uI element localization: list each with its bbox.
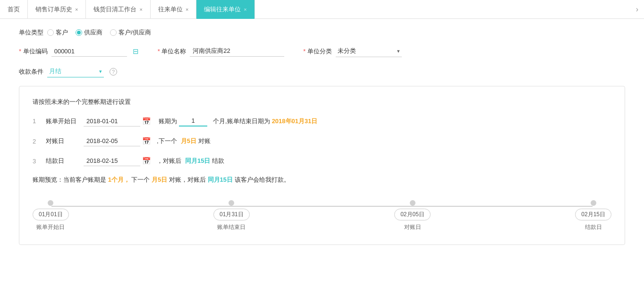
step-desc-3-suffix: 结款 — [212, 157, 224, 165]
unit-name-item: 单位名称 — [158, 46, 285, 57]
timeline-label-1: 账单结束日 — [217, 223, 246, 231]
card-section: 请按照未来的一个完整帐期进行设置 1 账单开始日 📅 账期为 个月,账单结束日期… — [19, 86, 625, 245]
preview-payment-suffix: 该客户会给我打款。 — [235, 176, 290, 183]
preview-payment-highlight: 同月15日 — [208, 176, 233, 183]
step-reconcile-highlight: 月5日 — [181, 137, 196, 145]
tab-sales-order-history[interactable]: 销售订单历史 × — [28, 0, 86, 19]
radio-customer[interactable]: 客户 — [47, 28, 68, 37]
unit-category-label: 单位分类 — [303, 47, 332, 56]
step-num-3: 3 — [33, 158, 46, 165]
payment-terms-select[interactable]: 月结 ▾ — [47, 66, 104, 77]
tabs-bar: 首页 销售订单历史 × 钱货日清工作台 × 往来单位 × 编辑往来单位 × › — [0, 0, 644, 19]
unit-type-radio-group: 客户 供应商 客户/供应商 — [47, 28, 151, 37]
calendar-icon-3[interactable]: 📅 — [142, 157, 151, 165]
unit-type-item: 单位类型 客户 供应商 客户/供应商 — [19, 28, 151, 37]
step-num-1: 1 — [33, 118, 46, 125]
step-desc-1-suffix: 个月,账单结束日期为 — [213, 117, 270, 126]
radio-supplier-label: 供应商 — [84, 28, 102, 37]
card-instruction: 请按照未来的一个完整帐期进行设置 — [33, 98, 611, 106]
preview-reconcile-prefix: 下一个 — [131, 176, 150, 183]
tab-edit-partner-unit-close[interactable]: × — [244, 7, 246, 12]
preview-reconcile-suffix: 对账，对账后 — [169, 176, 206, 183]
timeline-dot-3 — [591, 200, 596, 206]
payment-terms-label: 收款条件 — [19, 68, 43, 76]
timeline-dot-2 — [410, 200, 415, 206]
timeline-item-2: 02月05日 对账日 — [394, 200, 431, 231]
preview-reconcile-highlight: 月5日 — [152, 176, 167, 183]
calendar-icon-2[interactable]: 📅 — [142, 137, 151, 145]
tabs-more-button[interactable]: › — [630, 0, 644, 19]
tab-partner-unit-close[interactable]: × — [186, 7, 188, 12]
payment-terms-arrow-icon: ▾ — [99, 68, 102, 75]
step-date-input-3[interactable] — [84, 156, 140, 166]
radio-supplier[interactable]: 供应商 — [76, 28, 102, 37]
timeline-date-1: 01月31日 — [213, 209, 250, 220]
timeline-date-0: 01月01日 — [33, 209, 69, 220]
step-desc-2-suffix: 对账 — [198, 137, 211, 145]
step-period-input[interactable] — [179, 116, 207, 127]
unit-code-input[interactable] — [51, 46, 127, 57]
radio-supplier-circle — [76, 29, 82, 36]
unit-name-input[interactable] — [190, 46, 284, 57]
unit-category-item: 单位分类 未分类 ▾ — [303, 45, 402, 57]
tab-partner-unit[interactable]: 往来单位 × — [151, 0, 196, 19]
step-date-input-2[interactable] — [84, 136, 140, 146]
payment-terms-row: 收款条件 月结 ▾ ? — [19, 66, 625, 77]
preview-label: 账期预览：当前客户账期是 — [33, 176, 106, 183]
unit-category-select[interactable]: 未分类 ▾ — [336, 45, 402, 57]
timeline-wrap: 01月01日 账单开始日 01月31日 账单结束日 02月05日 对账日 02月… — [33, 193, 611, 235]
unit-category-value: 未分类 — [338, 47, 395, 55]
tab-sales-order-history-close[interactable]: × — [75, 7, 78, 12]
tab-sales-order-history-label: 销售订单历史 — [35, 5, 72, 14]
step-date-input-1[interactable] — [84, 116, 140, 127]
unit-name-label: 单位名称 — [158, 47, 186, 56]
account-preview: 账期预览：当前客户账期是 1个月， 下一个 月5日 对账，对账后 同月15日 该… — [33, 176, 611, 184]
step-label-3: 结款日 — [46, 157, 84, 165]
preview-period: 1个月， — [108, 176, 130, 183]
step-desc-1-prefix: 账期为 — [159, 117, 177, 126]
step-desc-2-prefix: ,下一个 — [157, 137, 177, 145]
step-row-3: 3 结款日 📅 ，对账后 同月15日 结款 — [33, 156, 611, 166]
timeline-date-2: 02月05日 — [394, 209, 431, 220]
radio-customer-label: 客户 — [56, 28, 68, 37]
step-label-2: 对账日 — [46, 137, 84, 145]
calendar-icon-1[interactable]: 📅 — [142, 117, 151, 126]
timeline-label-0: 账单开始日 — [36, 223, 65, 231]
unit-code-item: 单位编码 ⊟ — [19, 46, 139, 57]
timeline-items: 01月01日 账单开始日 01月31日 账单结束日 02月05日 对账日 02月… — [33, 200, 611, 231]
tab-cash-goods-workbench-close[interactable]: × — [139, 7, 142, 12]
tab-edit-partner-unit-label: 编辑往来单位 — [204, 5, 241, 14]
timeline-dot-0 — [48, 200, 53, 206]
tab-home[interactable]: 首页 — [0, 0, 28, 19]
payment-terms-value: 月结 — [49, 67, 97, 76]
unit-info-row: 单位编码 ⊟ 单位名称 单位分类 未分类 ▾ — [19, 45, 625, 57]
step-row-2: 2 对账日 📅 ,下一个 月5日 对账 — [33, 136, 611, 146]
payment-terms-item: 收款条件 月结 ▾ ? — [19, 66, 117, 77]
step-desc-3-prefix: ，对账后 — [157, 157, 181, 165]
step-label-1: 账单开始日 — [46, 117, 84, 126]
unit-type-row: 单位类型 客户 供应商 客户/供应商 — [19, 28, 625, 37]
timeline-item-0: 01月01日 账单开始日 — [33, 200, 69, 231]
timeline-dot-1 — [229, 200, 234, 206]
unit-code-label: 单位编码 — [19, 47, 48, 56]
radio-customer-circle — [47, 29, 54, 36]
timeline-date-3: 02月15日 — [575, 209, 611, 220]
radio-both-label: 客户/供应商 — [119, 28, 151, 37]
copy-icon[interactable]: ⊟ — [133, 47, 139, 56]
timeline-item-3: 02月15日 结款日 — [575, 200, 611, 231]
help-icon[interactable]: ? — [110, 68, 117, 76]
timeline-item-1: 01月31日 账单结束日 — [213, 200, 250, 231]
unit-category-arrow-icon: ▾ — [397, 48, 400, 54]
timeline-label-2: 对账日 — [404, 223, 421, 231]
step-row-1: 1 账单开始日 📅 账期为 个月,账单结束日期为 2018年01月31日 — [33, 116, 611, 127]
tab-partner-unit-label: 往来单位 — [158, 5, 183, 14]
tab-edit-partner-unit[interactable]: 编辑往来单位 × — [196, 0, 254, 19]
tab-home-label: 首页 — [8, 5, 20, 14]
unit-type-label: 单位类型 — [19, 28, 43, 37]
radio-both-circle — [110, 29, 117, 36]
tab-cash-goods-workbench-label: 钱货日清工作台 — [93, 5, 136, 14]
tab-cash-goods-workbench[interactable]: 钱货日清工作台 × — [86, 0, 150, 19]
main-content: 单位类型 客户 供应商 客户/供应商 单位编码 ⊟ — [0, 19, 644, 287]
radio-both[interactable]: 客户/供应商 — [110, 28, 151, 37]
step-payment-highlight: 同月15日 — [185, 157, 210, 165]
